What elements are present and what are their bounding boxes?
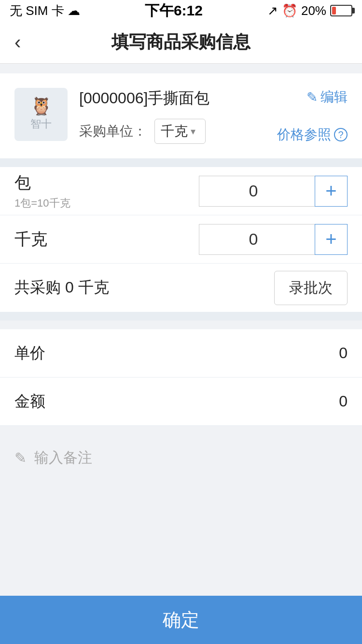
amount-label: 金额 [14,391,45,412]
amount-row: 金额 0 [0,378,362,426]
bag-input-controls: + [72,176,348,207]
price-ref-label: 价格参照 [277,126,331,144]
confirm-button[interactable]: 确定 [0,596,362,644]
summary-label: 共采购 [14,279,61,296]
note-placeholder: 输入备注 [34,448,92,468]
battery-icon [330,5,352,16]
input-section: 包 1包=10千克 + 千克 + 共采购 0 千克 录批次 [0,167,362,312]
batch-button[interactable]: 录批次 [274,271,348,305]
summary-value: 0 [65,279,78,296]
product-thumbnail: 🦉 智十 [14,88,68,141]
kg-plus-button[interactable]: + [315,224,348,255]
bag-label-sub: 1包=10千克 [14,196,72,210]
bag-label-main: 包 [14,172,72,194]
amount-value: 0 [339,392,348,410]
edit-icon: ✎ [306,89,318,105]
summary-text: 共采购 0 千克 [14,277,109,298]
kg-label: 千克 [14,228,72,251]
product-brand: 智十 [30,117,52,131]
price-section: 单价 0 金额 0 [0,329,362,426]
summary-row: 共采购 0 千克 录批次 [0,264,362,312]
chevron-down-icon: ▾ [191,126,195,137]
bag-label: 包 1包=10千克 [14,172,72,210]
unit-value: 千克 [161,122,188,140]
battery-percent: 20% [301,3,326,18]
note-section[interactable]: ✎ 输入备注 [0,434,362,481]
unit-label: 采购单位： [79,122,147,140]
location-icon: ↗ [267,3,278,18]
product-card: 🦉 智十 [0000006]手撕面包 采购单位： 千克 ▾ ✎ 编辑 价格参照 … [0,73,362,158]
kg-number-input[interactable] [199,224,315,255]
bag-plus-button[interactable]: + [315,176,348,207]
back-button[interactable]: ‹ [14,31,21,53]
status-right: ↗ ⏰ 20% [267,3,352,18]
unit-price-label: 单价 [14,343,45,364]
kg-input-row: 千克 + [0,215,362,264]
status-time: 下午6:12 [145,1,203,21]
unit-dropdown[interactable]: 千克 ▾ [154,119,206,144]
sim-status: 无 SIM 卡 ☁ [10,2,80,19]
kg-label-main: 千克 [14,228,72,251]
section-divider-1 [0,158,362,167]
edit-button[interactable]: ✎ 编辑 [306,88,348,106]
edit-label: 编辑 [320,88,348,106]
bag-number-input[interactable] [199,176,315,207]
alarm-icon: ⏰ [282,3,297,18]
nav-bar: ‹ 填写商品采购信息 [0,21,362,64]
page-title: 填写商品采购信息 [111,30,251,54]
section-divider-2 [0,312,362,321]
product-owl-icon: 🦉 [30,98,52,115]
status-bar: 无 SIM 卡 ☁ 下午6:12 ↗ ⏰ 20% [0,0,362,21]
status-left: 无 SIM 卡 ☁ [10,2,80,19]
unit-price-value: 0 [339,344,348,362]
price-ref-button[interactable]: 价格参照 ? [277,126,348,144]
unit-price-row: 单价 0 [0,329,362,378]
pencil-icon: ✎ [14,449,27,466]
summary-unit: 千克 [78,279,109,296]
kg-input-controls: + [72,224,348,255]
bag-input-row: 包 1包=10千克 + [0,167,362,215]
help-icon: ? [334,128,348,141]
